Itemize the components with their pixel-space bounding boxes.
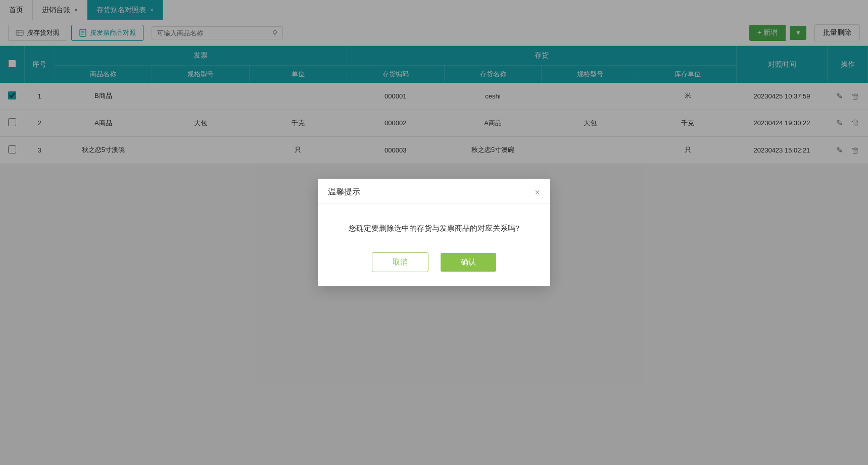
modal-overlay: 温馨提示 × 您确定要删除选中的存货与发票商品的对应关系吗? 取消 确认 bbox=[0, 0, 868, 164]
